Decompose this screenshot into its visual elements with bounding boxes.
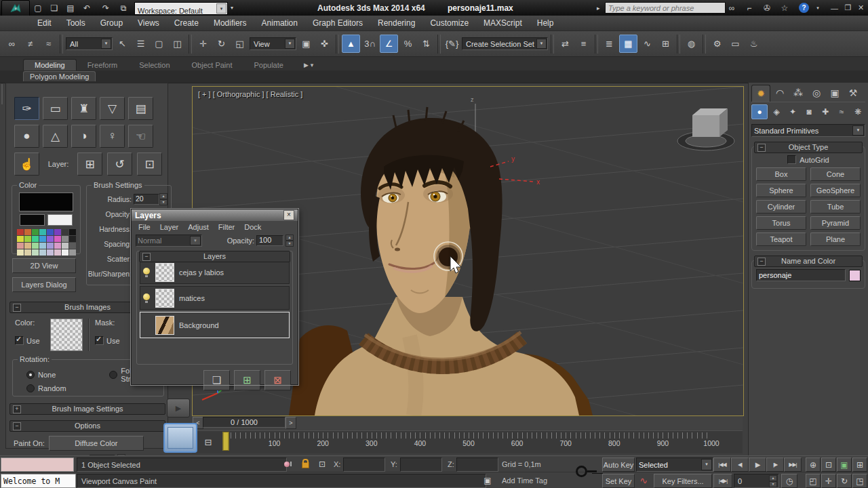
category-helpers[interactable]: ✚	[818, 105, 833, 119]
category-space-warps[interactable]: ≈	[834, 105, 849, 119]
layer-visibility-bulb-icon[interactable]	[143, 268, 151, 277]
palette-swatch[interactable]	[54, 249, 61, 256]
separator[interactable]	[60, 35, 63, 54]
separator[interactable]	[677, 35, 680, 54]
layers-dialog-menu-item[interactable]: Adjust	[184, 223, 213, 231]
previous-frame-button[interactable]: ◀|	[731, 458, 749, 472]
add-time-tag[interactable]: Add Time Tag	[502, 474, 564, 487]
zoom-extents-icon[interactable]: ▣	[837, 458, 852, 472]
brush-image-settings-header[interactable]: +Brush Image Settings	[9, 403, 165, 415]
palette-swatch[interactable]	[24, 236, 31, 242]
undo-icon[interactable]: ↶	[80, 0, 94, 16]
layers-rollout-header[interactable]: −Layers	[139, 251, 290, 262]
set-keys-button[interactable]	[573, 457, 599, 485]
object-type-button[interactable]: Plane	[810, 232, 861, 246]
palette-swatch[interactable]	[47, 249, 54, 256]
tab-motion[interactable]: ◎	[808, 85, 825, 101]
absolute-offset-toggle-icon[interactable]: ⊡	[315, 458, 330, 470]
open-mini-curve-editor-button[interactable]	[163, 423, 197, 453]
project-folder-icon[interactable]: ⧉	[117, 0, 130, 16]
selection-filter-dropdown[interactable]: All	[66, 37, 113, 50]
x-coord-field[interactable]	[343, 458, 385, 472]
region-zoom-icon[interactable]: ◰	[806, 474, 821, 488]
track-bar-mode-icon[interactable]: ⊟	[201, 434, 216, 449]
named-selection-sets-dropdown[interactable]: Create Selection Set	[462, 37, 548, 50]
fill-bucket-tool[interactable]: ▽	[100, 97, 125, 120]
rectangular-selection-icon[interactable]: ▢	[151, 35, 167, 52]
current-frame-field[interactable]: 0 ▴▾	[734, 474, 779, 488]
layer-opacity-field[interactable]: 100	[256, 235, 283, 246]
help-caret-icon[interactable]: ▾	[811, 0, 825, 16]
tab-utilities[interactable]: ⚒	[844, 85, 862, 101]
object-color-swatch[interactable]	[849, 270, 861, 281]
blur-tool[interactable]: ●	[14, 125, 39, 148]
palette-swatch[interactable]	[69, 236, 76, 242]
sharpen-tool[interactable]: △	[43, 125, 68, 148]
pan-hand-icon[interactable]: ✛	[821, 474, 836, 488]
maxscript-mini-listener[interactable]: Welcome to M	[1, 474, 76, 488]
palette-swatch[interactable]	[47, 229, 54, 235]
ribbon-tab[interactable]: Selection	[128, 60, 180, 70]
layer-save-icon[interactable]: ⊡	[137, 152, 162, 176]
angle-snap-icon[interactable]: ∠	[380, 35, 398, 53]
search-binoculars-icon[interactable]: ∞	[724, 0, 739, 16]
key-mode-toggle[interactable]: |◀▶|	[713, 474, 732, 488]
palette-swatch[interactable]	[17, 249, 24, 256]
layers-dialog-titlebar[interactable]: Layers ×	[132, 209, 298, 221]
palette-swatch[interactable]	[47, 243, 54, 249]
menu-item[interactable]: Modifiers	[206, 18, 254, 28]
separator[interactable]	[336, 35, 339, 54]
ribbon-tab[interactable]: Object Paint	[181, 60, 243, 70]
palette-swatch[interactable]	[32, 249, 39, 256]
palette-swatch[interactable]	[69, 243, 76, 249]
palette-swatch[interactable]	[17, 229, 24, 235]
delete-layer-button[interactable]: ⊠	[264, 370, 291, 390]
category-geometry[interactable]: ●	[751, 104, 768, 119]
paint-brush-tool[interactable]: ✑	[14, 97, 39, 120]
palette-swatch[interactable]	[62, 243, 68, 249]
ribbon-tab[interactable]: Populate	[243, 60, 294, 70]
select-and-link-icon[interactable]: ∞	[3, 35, 20, 52]
menu-item[interactable]: Rendering	[370, 18, 422, 28]
graphite-toggle-icon[interactable]: ▦	[619, 35, 637, 53]
curve-editor-icon[interactable]: ∿	[639, 35, 656, 52]
palette-swatch[interactable]	[32, 229, 39, 235]
separator[interactable]	[437, 35, 441, 54]
paint-on-button[interactable]: Diffuse Color	[49, 436, 144, 451]
object-type-header[interactable]: −Object Type	[754, 142, 863, 153]
key-mode-dropdown[interactable]: Selected ▼	[636, 458, 713, 472]
panel-scroll-arrow-button[interactable]: ▶	[167, 399, 190, 418]
menu-item[interactable]: Graph Editors	[305, 18, 370, 28]
zoom-all-icon[interactable]: ⊡	[821, 458, 836, 472]
select-object-icon[interactable]: ↖	[114, 35, 131, 52]
layers-dialog-button[interactable]: Layers Dialog	[12, 277, 76, 292]
redo-icon[interactable]: ↷	[99, 0, 113, 16]
infocenter-flyout-icon[interactable]: ▸	[597, 0, 600, 16]
spinner-snap-icon[interactable]: ⇅	[418, 35, 435, 52]
isolate-selection-icon[interactable]: ▣	[480, 474, 495, 487]
tab-modify[interactable]: ◠	[771, 85, 789, 101]
auto-key-button[interactable]: Auto Key	[602, 458, 635, 472]
menu-item[interactable]: Create	[167, 18, 206, 28]
palette-swatch[interactable]	[39, 249, 46, 256]
layer-visibility-bulb-icon[interactable]	[143, 293, 151, 303]
pan-hand-tool[interactable]: ☝	[14, 152, 39, 176]
maximize-viewport-icon[interactable]: ◳	[852, 474, 867, 488]
menu-item[interactable]: Edit	[30, 18, 59, 28]
play-button[interactable]: ▶	[749, 458, 766, 472]
layer-row[interactable]: cejas y labios	[140, 260, 290, 284]
communication-center-icon[interactable]: ✇	[760, 0, 774, 16]
menu-item[interactable]: Views	[130, 18, 167, 28]
next-frame-arrow[interactable]: >	[285, 417, 296, 429]
rendered-frame-icon[interactable]: ▭	[727, 35, 744, 52]
layers-dialog-menu-item[interactable]: File	[134, 223, 155, 231]
minimize-button[interactable]: —	[829, 0, 840, 16]
key-filters-button[interactable]: Key Filters...	[654, 474, 712, 488]
go-to-start-button[interactable]: |◀◀	[713, 458, 731, 472]
primitives-category-dropdown[interactable]: Standard Primitives ▼	[751, 124, 865, 137]
polygon-modeling-panel-tab[interactable]: Polygon Modeling	[23, 71, 96, 81]
select-and-move-icon[interactable]: ✛	[195, 35, 212, 52]
separator[interactable]	[595, 35, 598, 54]
options-header[interactable]: −Options	[9, 420, 165, 432]
duplicate-layer-button[interactable]: ❏	[203, 370, 230, 390]
